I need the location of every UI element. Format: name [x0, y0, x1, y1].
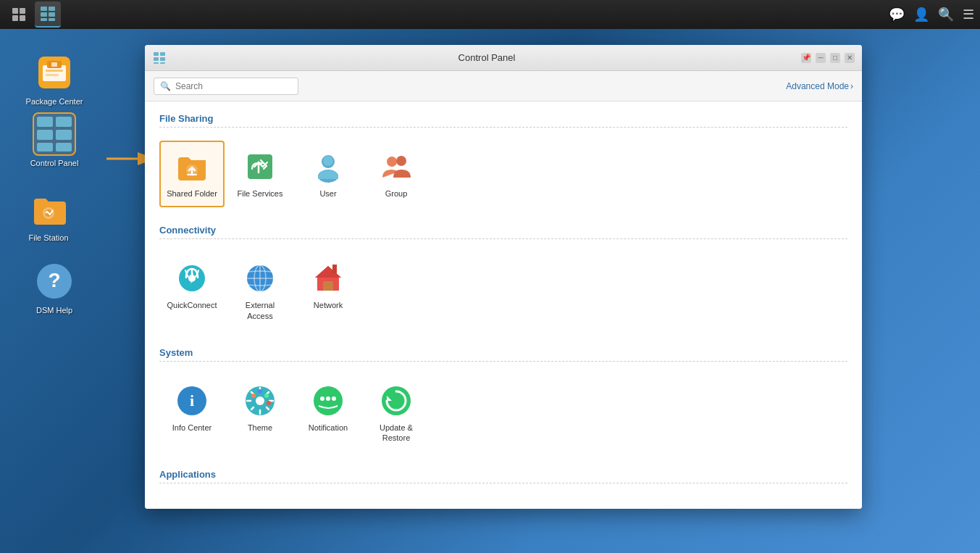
theme-label: Theme	[248, 423, 272, 433]
external-access-icon	[243, 261, 277, 296]
advanced-mode-link[interactable]: Advanced Mode ›	[786, 81, 853, 91]
window-title-text: Control Panel	[172, 52, 801, 63]
panel-item-notification[interactable]: Notification	[296, 375, 361, 452]
panel-item-shared-folder[interactable]: Shared Folder	[159, 141, 225, 207]
window-minimize-btn[interactable]: ─	[816, 53, 826, 63]
svg-point-63	[332, 396, 336, 401]
window-maximize-btn[interactable]: □	[830, 53, 840, 63]
user-icon	[311, 149, 345, 184]
indexing-service-icon	[175, 505, 209, 509]
desktop-icon-package-center[interactable]: Package Center	[22, 51, 87, 107]
taskbar-right: 💬 👤 🔍 ☰	[889, 7, 974, 22]
applications-grid: Indexing Service	[159, 491, 847, 509]
search-icon-small: 🔍	[160, 81, 171, 91]
panel-item-indexing-service[interactable]: Indexing Service	[159, 496, 225, 509]
file-station-label: File Station	[28, 233, 68, 243]
svg-rect-13	[51, 62, 57, 67]
dsm-help-label: DSM Help	[36, 306, 72, 315]
desktop-icon-control-panel[interactable]: Control Panel	[22, 112, 87, 168]
user-icon[interactable]: 👤	[913, 7, 929, 22]
svg-rect-32	[154, 62, 159, 64]
package-center-icon-img	[33, 51, 76, 94]
svg-rect-30	[154, 57, 159, 61]
svg-rect-35	[248, 154, 272, 179]
taskbar: 💬 👤 🔍 ☰	[0, 0, 980, 29]
file-sharing-grid: Shared Folder File Service	[159, 135, 847, 213]
file-services-icon	[243, 149, 277, 184]
menu-icon[interactable]: ☰	[963, 7, 974, 22]
chat-icon[interactable]: 💬	[889, 7, 905, 22]
svg-point-56	[251, 394, 256, 398]
svg-rect-28	[154, 52, 159, 56]
svg-rect-33	[160, 62, 165, 64]
panel-item-group[interactable]: Group	[364, 141, 429, 207]
window-controls: 📌 ─ □ ✕	[801, 53, 855, 63]
window-title-icon	[152, 51, 167, 65]
panel-item-user[interactable]: User	[296, 141, 361, 207]
svg-point-39	[387, 157, 397, 167]
shared-folder-label: Shared Folder	[167, 188, 217, 199]
svg-rect-50	[323, 281, 333, 291]
svg-rect-0	[12, 8, 18, 14]
taskbar-controlpanel-icon[interactable]	[35, 1, 61, 28]
connectivity-grid: QuickConnect External Access	[159, 246, 847, 336]
user-label: User	[319, 188, 336, 199]
update-restore-icon	[379, 383, 414, 418]
panel-item-update-restore[interactable]: Update &Restore	[364, 375, 429, 452]
section-header-file-sharing: File Sharing	[159, 113, 847, 128]
svg-point-58	[264, 394, 269, 398]
svg-point-61	[320, 396, 324, 401]
quickconnect-icon	[175, 261, 209, 296]
svg-rect-16	[37, 117, 53, 127]
svg-point-40	[396, 156, 406, 166]
dsm-help-icon-img: ?	[33, 259, 76, 303]
window-pin-btn[interactable]: 📌	[801, 53, 811, 63]
window-toolbar: 🔍 Advanced Mode ›	[145, 71, 862, 101]
svg-rect-9	[49, 18, 55, 21]
svg-rect-17	[56, 117, 72, 127]
panel-item-external-access[interactable]: External Access	[227, 252, 293, 330]
search-icon[interactable]: 🔍	[938, 7, 954, 22]
svg-text:i: i	[190, 391, 194, 409]
panel-item-info-center[interactable]: i Info Center	[159, 375, 225, 452]
svg-rect-8	[41, 18, 47, 21]
window-close-btn[interactable]: ✕	[845, 53, 855, 63]
window-titlebar: Control Panel 📌 ─ □ ✕	[145, 45, 862, 71]
svg-rect-18	[37, 130, 53, 140]
search-input[interactable]	[175, 81, 292, 91]
taskbar-apps	[6, 1, 61, 28]
svg-rect-19	[56, 130, 72, 140]
svg-rect-5	[49, 7, 55, 11]
network-label: Network	[314, 300, 343, 310]
control-panel-icon-img	[33, 112, 76, 156]
panel-item-quickconnect[interactable]: QuickConnect	[159, 252, 225, 330]
svg-rect-51	[332, 265, 337, 273]
panel-item-file-services[interactable]: File Services	[227, 141, 293, 207]
info-center-label: Info Center	[172, 423, 212, 433]
group-label: Group	[385, 188, 408, 199]
window-content: File Sharing Shared Folder	[145, 101, 862, 509]
update-restore-label: Update &Restore	[380, 423, 413, 444]
svg-rect-1	[20, 8, 25, 14]
section-header-applications: Applications	[159, 469, 847, 483]
system-grid: i Info Center	[159, 369, 847, 458]
svg-rect-2	[12, 15, 18, 21]
svg-rect-15	[46, 74, 59, 76]
file-station-icon-img	[27, 187, 70, 230]
file-services-label: File Services	[238, 188, 283, 199]
desktop-icon-file-station[interactable]: File Station	[16, 187, 81, 243]
desktop-icon-dsm-help[interactable]: ? DSM Help	[22, 259, 87, 315]
search-box[interactable]: 🔍	[154, 78, 298, 95]
panel-item-theme[interactable]: Theme	[227, 375, 293, 452]
svg-point-55	[256, 396, 264, 405]
quickconnect-label: QuickConnect	[167, 300, 217, 310]
notification-label: Notification	[309, 423, 348, 433]
taskbar-grid-icon[interactable]	[6, 1, 32, 28]
svg-text:?: ?	[48, 269, 60, 291]
svg-rect-29	[160, 52, 165, 56]
svg-point-38	[323, 156, 333, 166]
svg-point-59	[267, 401, 271, 405]
svg-rect-21	[56, 143, 72, 151]
shared-folder-icon	[175, 149, 209, 184]
panel-item-network[interactable]: Network	[296, 252, 361, 330]
